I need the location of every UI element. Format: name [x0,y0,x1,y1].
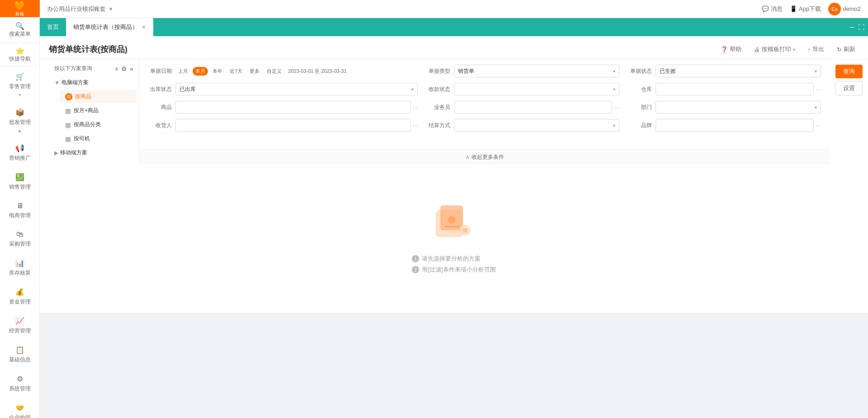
doc-type-control: 销货单 ▾ [454,65,619,77]
collapse-plan-icon[interactable]: « [130,65,133,72]
help-btn[interactable]: ❓ 帮助 [717,43,745,55]
sidebar-item-marketing[interactable]: 📢 营销推广 [0,138,39,167]
filter-sidebar-header: 按以下方案查询 + ⚙ « [49,65,139,76]
settlement-label: 结算方式 [427,122,450,129]
sidebar-item-purchase[interactable]: 🛍 采购管理 [0,225,39,253]
salesperson-input[interactable] [454,101,612,114]
recipient-dots[interactable]: ··· [413,122,418,129]
filter-row-4: 收货人 ··· 结算方式 ▾ [148,119,821,132]
retail-icon: 🛒 [15,72,24,81]
tab-close-icon[interactable]: ✕ [142,24,146,30]
sidebar-item-enterprise[interactable]: 🤝 企业协同 [0,398,39,418]
brand-input[interactable] [656,119,814,132]
doc-type-select[interactable]: 销货单 ▾ [454,65,619,77]
sidebar-item-operations[interactable]: 📈 经营管理 [0,311,39,340]
svg-point-2 [448,216,455,223]
payment-status-select[interactable]: ▾ [454,83,619,95]
topbar-dropdown-icon[interactable]: ▾ [109,5,113,12]
plan-by-goods[interactable]: 按 按商品 [60,90,137,103]
finance-icon: 💰 [15,288,24,296]
hint-num-2: 2 [412,266,419,273]
doc-status-select[interactable]: 已生效 ▾ [656,65,821,77]
tab-maximize-icon[interactable]: ⛶ [858,24,864,31]
sidebar-item-ecommerce[interactable]: 🖥 电商管理 [0,196,39,225]
goods-label: 商品 [148,104,172,111]
export-btn[interactable]: ↑ 导出 [804,43,828,55]
goods-dots[interactable]: ··· [413,104,418,111]
doc-status-control: 已生效 ▾ [656,65,821,77]
empty-hint-2: 2 用[过滤]条件来缩小分析范围 [412,266,495,274]
date-btn-custom[interactable]: 自定义 [264,67,284,76]
plan-desktop[interactable]: ▼ 电脑端方案 [49,76,139,89]
date-btn-more[interactable]: 更多 [247,67,262,76]
app-icon: 📱 [790,5,797,12]
logo-icon: 🧡 [14,0,25,11]
refresh-icon: ↻ [837,46,842,53]
filter-form-wrapper: 单据日期 上月 本月 本年 近7天 更多 自定义 2023-03-01 至 20… [139,59,830,165]
field-warehouse: 仓库 ··· [628,83,821,95]
sidebar-item-finance[interactable]: 💰 资金管理 [0,282,39,311]
date-btn-this-month[interactable]: 本月 [193,67,208,76]
sidebar-item-inventory[interactable]: 📊 库存核算 [0,253,39,282]
brand-control: ··· [656,119,821,132]
settlement-select[interactable]: ▾ [454,119,619,132]
outbound-select[interactable]: 已出库 ▾ [175,83,418,95]
recipient-control: ··· [175,119,418,132]
date-btn-last-month[interactable]: 上月 [175,67,191,76]
template-print-btn[interactable]: 🖨 按模板打印 ▾ [750,43,799,55]
plan-by-printer[interactable]: ▦ 按司机 [60,132,137,145]
basic-icon: 📋 [15,346,24,354]
doc-status-label: 单据状态 [628,67,652,75]
sidebar-item-search[interactable]: 🔍 搜索菜单 [0,17,39,43]
goods-input[interactable] [175,101,411,114]
date-btn-this-year[interactable]: 本年 [210,67,225,76]
recipient-label: 收货人 [148,122,172,129]
department-arrow: ▾ [815,105,817,110]
app-download-btn[interactable]: 📱 App下载 [790,5,821,13]
department-label: 部门 [628,104,652,111]
plan-by-goods-category[interactable]: ▦ 按商品分类 [60,118,137,131]
sidebar-item-wholesale[interactable]: 📦 批发管理 ▲ [0,103,39,138]
enterprise-icon: 🤝 [15,404,24,412]
brand-dots[interactable]: ··· [816,122,821,129]
salesperson-dots[interactable]: ··· [614,104,619,111]
sidebar-item-quick-nav[interactable]: ⭐ 快捷导航 [0,43,39,67]
user-menu[interactable]: Ea demo2 [828,3,861,15]
sidebar-item-basic[interactable]: 📋 基础信息 [0,340,39,369]
add-plan-icon[interactable]: + [115,65,118,72]
tab-actions: ─ ⛶ [850,24,864,31]
settlement-control: ▾ [454,119,619,132]
date-btn-7days[interactable]: 近7天 [227,67,245,76]
goods-control: ··· [175,101,418,114]
date-range: 上月 本月 本年 近7天 更多 自定义 2023-03-01 至 2023-03… [175,67,418,76]
tab-sales-stat[interactable]: 销货单统计表（按商品） ✕ [66,18,153,36]
refresh-btn[interactable]: ↻ 刷新 [833,43,859,55]
sidebar-item-retail[interactable]: 🛒 零售管理 ▾ [0,67,39,103]
page-header: 销货单统计表(按商品) ❓ 帮助 🖨 按模板打印 ▾ ↑ 导出 ↻ 刷新 [40,36,868,59]
warehouse-dots[interactable]: ··· [816,86,821,93]
outbound-label: 出库状态 [148,86,172,93]
warehouse-input[interactable] [656,83,814,95]
collapse-bar[interactable]: ∧ 收起更多条件 [139,149,830,165]
department-select[interactable]: ▾ [656,101,821,114]
sidebar-item-sales[interactable]: 💹 销售管理 [0,167,39,196]
ecommerce-icon: 🖥 [16,202,24,210]
sales-icon: 💹 [15,173,24,181]
msg-btn[interactable]: 💬 消息 [762,5,783,13]
date-label: 单据日期 [148,67,172,75]
plan-mobile[interactable]: ▶ 移动端方案 [49,146,139,159]
system-icon: ⚙ [17,375,23,383]
field-date: 单据日期 上月 本月 本年 近7天 更多 自定义 2023-03-01 至 20… [148,67,418,76]
retail-expand-icon: ▾ [19,92,21,97]
settings-btn[interactable]: 设置 [835,81,863,95]
tab-minimize-icon[interactable]: ─ [850,24,854,31]
plan-by-month-goods[interactable]: ▦ 按月+商品 [60,104,137,117]
settings-plan-icon[interactable]: ⚙ [121,65,127,72]
tab-home[interactable]: 首页 [40,18,66,36]
query-btn[interactable]: 查询 [835,65,863,78]
plan-desktop-children: 按 按商品 ▦ 按月+商品 ▦ 按商品分类 ▦ 按司机 [49,90,139,145]
warehouse-label: 仓库 [628,86,652,93]
sidebar-item-system[interactable]: ⚙ 系统管理 [0,369,39,398]
recipient-input[interactable] [175,119,411,132]
field-brand: 品牌 ··· [628,119,821,132]
